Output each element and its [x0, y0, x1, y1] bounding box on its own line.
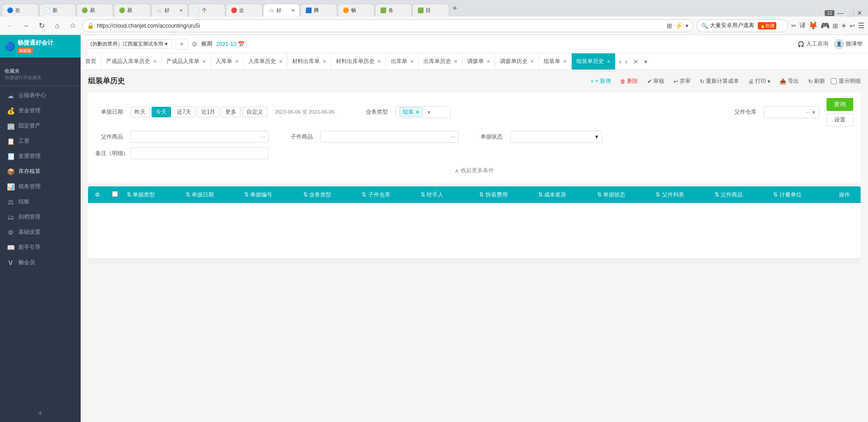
close-button[interactable]: ✕ [857, 9, 862, 17]
date-btn-1month[interactable]: 近1月 [197, 107, 220, 117]
forward-button[interactable]: → [19, 19, 32, 32]
date-btn-custom[interactable]: 自定义 [242, 107, 267, 117]
th-bill-date[interactable]: ⇅ 单据日期 [182, 191, 241, 199]
nav-tab-home[interactable]: 首页 [81, 53, 101, 70]
browser-tab-3[interactable]: 🟢 易 [76, 4, 113, 17]
th-checkbox[interactable] [106, 191, 123, 198]
th-cost-diff[interactable]: ⇅ 成本差异 [534, 191, 593, 199]
nav-tab-close-12[interactable]: ✕ [607, 59, 610, 64]
browser-tab-4[interactable]: 🟢 易 [114, 4, 151, 17]
nav-tab-in-history[interactable]: 入库单历史 ✕ [244, 53, 287, 70]
sidebar-item-payroll[interactable]: 📋 工资 [0, 133, 81, 149]
nav-tab-assemble-history[interactable]: 组装单历史 ✕ [572, 53, 616, 70]
abandon-button[interactable]: ↩ 弃审 [671, 75, 693, 87]
browser-tab-12[interactable]: 🟩 目 [412, 4, 449, 17]
refresh-browser-button[interactable]: ↻ [35, 19, 48, 32]
maximize-button[interactable]: ⬜ [846, 9, 854, 17]
sun-icon[interactable]: ☀ [841, 22, 847, 29]
nav-tab-transfer[interactable]: 调拨单 ✕ [463, 53, 495, 70]
sidebar-item-tax[interactable]: 📊 税务管理 [0, 179, 81, 194]
export-button[interactable]: 📤 导出 [777, 75, 802, 87]
nav-tab-out[interactable]: 出库单 ✕ [386, 53, 419, 70]
sidebar-favorites[interactable]: 收藏夹 快捷键打开收藏夹 [0, 65, 81, 84]
back-button[interactable]: ← [4, 19, 17, 32]
parent-goods-input[interactable] [134, 131, 261, 142]
sidebar-item-archive[interactable]: 🗂 归档管理 [0, 209, 81, 225]
nav-tab-production-in-history[interactable]: 产成品入库单历史 ✕ [101, 53, 162, 70]
minimize-button[interactable]: — [837, 9, 844, 17]
nav-tab-close-5[interactable]: ✕ [323, 59, 326, 64]
nav-tab-production-in[interactable]: 产成品入库单 ✕ [162, 53, 211, 70]
biz-type-tag-remove[interactable]: ✕ [415, 109, 420, 116]
parent-warehouse-more-icon[interactable]: ··· [806, 109, 810, 116]
th-bill-type[interactable]: ⇅ 单据类型 [123, 191, 182, 199]
date-btn-yesterday[interactable]: 昨天 [130, 107, 150, 117]
th-settings[interactable]: ⚙ [88, 191, 106, 198]
nav-tab-close-9[interactable]: ✕ [487, 59, 490, 64]
setting-button[interactable]: 设置 [827, 114, 853, 126]
nav-tab-material-out[interactable]: 材料出库单 ✕ [287, 53, 331, 70]
sidebar-item-settlement[interactable]: ⚖ 结账 [0, 194, 81, 209]
recalculate-button[interactable]: ↻ 重新计算成本 [697, 75, 742, 87]
home-button[interactable]: ⌂ [51, 19, 64, 32]
date-btn-more[interactable]: 更多 [221, 107, 240, 117]
browser-tab-7[interactable]: 🔴 企 [226, 4, 263, 17]
show-detail-checkbox[interactable]: 显示明细 [831, 77, 861, 85]
scissors-icon[interactable]: ✂ [791, 22, 797, 29]
th-child-warehouse[interactable]: ⇅ 子件仓库 [358, 191, 417, 199]
nav-tab-close-8[interactable]: ✕ [454, 59, 457, 64]
tab-close-8[interactable]: ✕ [291, 8, 295, 13]
refresh-button[interactable]: ↻ 刷新 [805, 75, 828, 87]
nav-tab-more-options[interactable]: ▾ [641, 58, 650, 65]
nav-tab-close-7[interactable]: ✕ [410, 59, 414, 64]
new-button[interactable]: + + 新增 [588, 75, 614, 87]
th-biz-type[interactable]: ⇅ 业务类型 [299, 191, 358, 199]
nav-tab-close-10[interactable]: ✕ [530, 59, 534, 64]
parent-warehouse-dropdown-arrow[interactable]: ▾ [812, 109, 815, 116]
th-disassemble-fee[interactable]: ⇅ 拆装费用 [475, 191, 534, 199]
tab-close-5[interactable]: ✕ [179, 8, 183, 13]
browser-tab-6[interactable]: 📄 个 [188, 4, 225, 17]
audit-button[interactable]: ✔ 审核 [645, 75, 667, 87]
show-detail-input[interactable] [831, 78, 837, 84]
date-btn-today[interactable]: 今天 [152, 107, 171, 117]
biz-type-dropdown-icon[interactable]: ▾ [428, 109, 430, 116]
scrollbar-area[interactable] [88, 258, 861, 264]
nav-tab-transfer-history[interactable]: 调拨单历史 ✕ [495, 53, 539, 70]
company-selector[interactable]: (勿删勿禁用）江西服宝测试专用 ▾ [86, 39, 172, 49]
th-unit[interactable]: ⇅ 计量单位 [769, 191, 828, 199]
browser-tab-8[interactable]: ☁️ 好 ✕ [263, 4, 300, 17]
th-parent-list[interactable]: ⇅ 父件列表 [652, 191, 711, 199]
query-button[interactable]: 查询 [827, 98, 853, 111]
sidebar-item-member[interactable]: V 畅会员 [0, 255, 81, 270]
lightning-icon[interactable]: ⚡ [675, 22, 683, 29]
nav-tab-close-6[interactable]: ✕ [377, 59, 381, 64]
browser-tab-1[interactable]: 🔵 在 [2, 4, 39, 17]
translate-icon[interactable]: 译 [799, 22, 806, 30]
nav-tab-close-all[interactable]: ✕ [630, 58, 641, 65]
nav-tab-close-1[interactable]: ✕ [153, 59, 157, 64]
address-bar[interactable]: 🔒 https://cloud.chanjet.com/accounting/u… [82, 19, 693, 32]
grid-icon[interactable]: ⊞ [833, 22, 838, 29]
th-bill-no[interactable]: ⇅ 单据编号 [240, 191, 299, 199]
add-company-button[interactable]: + [176, 39, 188, 50]
collapse-button[interactable]: ∧ 收起更多条件 [455, 164, 494, 177]
nav-tab-close-11[interactable]: ✕ [563, 59, 567, 64]
emoji-icon[interactable]: 🦊 [809, 21, 818, 30]
sidebar-item-settings[interactable]: ⚙ 基础设置 [0, 225, 81, 240]
nav-tab-material-out-history[interactable]: 材料出库单历史 ✕ [331, 53, 386, 70]
menu-icon[interactable]: ☰ [858, 21, 864, 30]
child-goods-more[interactable]: ··· [451, 133, 455, 140]
th-handler[interactable]: ⇅ 经手人 [417, 191, 476, 199]
star-button[interactable]: ☆ [66, 19, 79, 32]
nav-tab-close-2[interactable]: ✕ [202, 59, 206, 64]
sidebar-item-fixed-assets[interactable]: 🏢 固定资产 [0, 118, 81, 133]
date-btn-7days[interactable]: 近7天 [173, 107, 195, 117]
browser-tab-2[interactable]: 📄 新 [39, 4, 76, 17]
nav-next-button[interactable]: › [624, 58, 629, 65]
nav-tab-assemble[interactable]: 组装单 ✕ [539, 53, 572, 70]
settings-gear-button[interactable]: ⚙ [192, 40, 198, 48]
sidebar-item-invoice[interactable]: 🧾 发票管理 [0, 149, 81, 164]
th-bill-status[interactable]: ⇅ 单据状态 [593, 191, 652, 199]
sidebar-item-inventory[interactable]: 📦 库存核算 [0, 164, 81, 179]
